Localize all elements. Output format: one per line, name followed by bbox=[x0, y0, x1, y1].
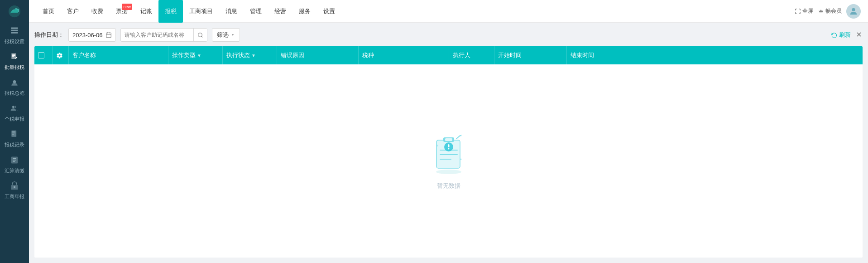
nav-shezhi[interactable]: 设置 bbox=[317, 0, 341, 23]
sidebar-item-piliangbaoshui[interactable]: 批量报税 bbox=[0, 49, 29, 74]
geshui-icon bbox=[10, 104, 19, 114]
svg-rect-9 bbox=[12, 133, 15, 133]
sidebar: 报税设置 批量报税 报税总览 个税申报 报税记录 汇算清缴 工商 bbox=[0, 0, 29, 263]
svg-rect-13 bbox=[14, 186, 15, 188]
svg-point-32 bbox=[448, 148, 449, 150]
svg-marker-34 bbox=[460, 135, 462, 136]
nav-home[interactable]: 首页 bbox=[36, 0, 61, 23]
sidebar-item-label: 汇算清缴 bbox=[5, 167, 24, 174]
svg-rect-8 bbox=[12, 132, 15, 132]
th-op-type[interactable]: 操作类型 ▼ bbox=[168, 46, 223, 64]
svg-point-23 bbox=[436, 170, 461, 174]
baoshui-shezhi-icon bbox=[10, 26, 19, 37]
th-end-time: 结束时间 bbox=[567, 46, 621, 64]
sidebar-item-label: 个税申报 bbox=[5, 116, 24, 122]
table-body: 暂无数据 bbox=[34, 64, 863, 258]
sidebar-item-huisuan[interactable]: 汇算清缴 bbox=[0, 152, 29, 178]
svg-line-33 bbox=[456, 136, 460, 139]
nav-jizhi[interactable]: 记账 bbox=[134, 0, 158, 23]
svg-point-14 bbox=[852, 8, 855, 11]
nav-piao[interactable]: 票据 new bbox=[110, 0, 134, 23]
fullscreen-button[interactable]: 全屏 bbox=[795, 7, 813, 15]
empty-state: 暂无数据 bbox=[34, 64, 863, 258]
select-all-checkbox[interactable] bbox=[38, 52, 44, 58]
svg-rect-2 bbox=[12, 54, 15, 54]
nav-xiaoxi[interactable]: 消息 bbox=[219, 0, 244, 23]
nav-customer[interactable]: 客户 bbox=[61, 0, 85, 23]
th-executor: 执行人 bbox=[449, 46, 494, 64]
sidebar-item-baoshuizonglan[interactable]: 报税总览 bbox=[0, 74, 29, 100]
refresh-icon bbox=[831, 32, 837, 38]
content-area: 操作日期： 2023-06-06 筛选 bbox=[29, 23, 868, 263]
svg-line-20 bbox=[201, 36, 202, 37]
main-area: 首页 客户 收费 票据 new 记账 报税 工商项目 消息 管理 经营 服务 设… bbox=[29, 0, 868, 263]
table-header: 客户名称 操作类型 ▼ 执行状态 ▼ 错误原因 税种 bbox=[34, 46, 863, 64]
svg-rect-3 bbox=[12, 55, 15, 56]
svg-point-6 bbox=[12, 106, 14, 108]
sidebar-item-gongshangnianb[interactable]: 工商年报 bbox=[0, 178, 29, 204]
nav-baoshui[interactable]: 报税 bbox=[158, 0, 183, 23]
filter-button[interactable]: 筛选 bbox=[212, 28, 240, 42]
svg-rect-15 bbox=[106, 33, 111, 38]
toolbar: 操作日期： 2023-06-06 筛选 bbox=[34, 28, 863, 42]
search-icon bbox=[197, 32, 203, 38]
baoshuizonglan-icon bbox=[10, 78, 19, 88]
topnav-right: 全屏 畅会员 bbox=[795, 4, 861, 19]
sidebar-item-label: 批量报税 bbox=[5, 64, 24, 71]
empty-illustration bbox=[428, 132, 469, 177]
sidebar-item-baoshui-shezhi[interactable]: 报税设置 bbox=[0, 23, 29, 49]
svg-rect-26 bbox=[445, 138, 452, 141]
user-avatar[interactable] bbox=[846, 4, 861, 19]
close-button[interactable] bbox=[855, 31, 863, 39]
svg-rect-7 bbox=[11, 131, 16, 137]
nav-jingying[interactable]: 经营 bbox=[268, 0, 293, 23]
nav-shoufei[interactable]: 收费 bbox=[85, 0, 110, 23]
nav-guanli[interactable]: 管理 bbox=[244, 0, 268, 23]
svg-point-19 bbox=[198, 33, 202, 37]
sidebar-item-baoshuijilu[interactable]: 报税记录 bbox=[0, 126, 29, 152]
sidebar-item-label: 报税记录 bbox=[5, 141, 24, 148]
sidebar-item-label: 报税设置 bbox=[5, 38, 24, 45]
nav-fuwu[interactable]: 服务 bbox=[293, 0, 317, 23]
svg-rect-4 bbox=[12, 56, 14, 57]
th-checkbox bbox=[34, 46, 53, 64]
filter-chevron-icon bbox=[230, 33, 235, 37]
th-customer: 客户名称 bbox=[69, 46, 168, 64]
th-error-reason: 错误原因 bbox=[277, 46, 359, 64]
sidebar-item-geshui[interactable]: 个税申报 bbox=[0, 100, 29, 126]
date-picker[interactable]: 2023-06-06 bbox=[68, 28, 116, 42]
app-logo[interactable] bbox=[0, 0, 29, 23]
search-button[interactable] bbox=[193, 28, 207, 42]
svg-rect-31 bbox=[448, 144, 449, 147]
vip-button[interactable]: 畅会员 bbox=[818, 7, 842, 15]
sidebar-item-label: 工商年报 bbox=[5, 193, 24, 200]
th-tax-type: 税种 bbox=[359, 46, 449, 64]
huisuan-icon bbox=[10, 156, 19, 166]
th-exec-status[interactable]: 执行状态 ▼ bbox=[223, 46, 277, 64]
svg-rect-10 bbox=[12, 134, 14, 134]
svg-point-36 bbox=[460, 159, 461, 160]
baoshuijilu-icon bbox=[10, 130, 19, 140]
th-start-time: 开始时间 bbox=[494, 46, 567, 64]
search-input[interactable] bbox=[121, 32, 193, 38]
svg-point-5 bbox=[13, 80, 16, 83]
column-settings-icon[interactable] bbox=[56, 52, 63, 59]
op-type-sort-icon: ▼ bbox=[197, 53, 201, 58]
page: 操作日期： 2023-06-06 筛选 bbox=[29, 23, 868, 263]
fullscreen-icon bbox=[795, 8, 801, 15]
data-table: 客户名称 操作类型 ▼ 执行状态 ▼ 错误原因 税种 bbox=[34, 46, 863, 258]
vip-icon bbox=[818, 8, 824, 15]
avatar-icon bbox=[849, 6, 858, 16]
svg-point-35 bbox=[436, 145, 438, 146]
close-icon bbox=[855, 31, 863, 38]
exec-status-sort-icon: ▼ bbox=[251, 53, 256, 58]
piliangbaoshui-icon bbox=[10, 52, 19, 63]
refresh-button[interactable]: 刷新 bbox=[831, 31, 851, 39]
toolbar-right: 刷新 bbox=[831, 31, 863, 39]
nav-gongshang[interactable]: 工商项目 bbox=[183, 0, 219, 23]
search-wrap bbox=[120, 28, 207, 42]
date-label: 操作日期： bbox=[34, 31, 64, 39]
th-settings bbox=[53, 46, 69, 64]
piao-badge: new bbox=[122, 4, 132, 10]
gongshangnianb-icon bbox=[10, 181, 19, 192]
